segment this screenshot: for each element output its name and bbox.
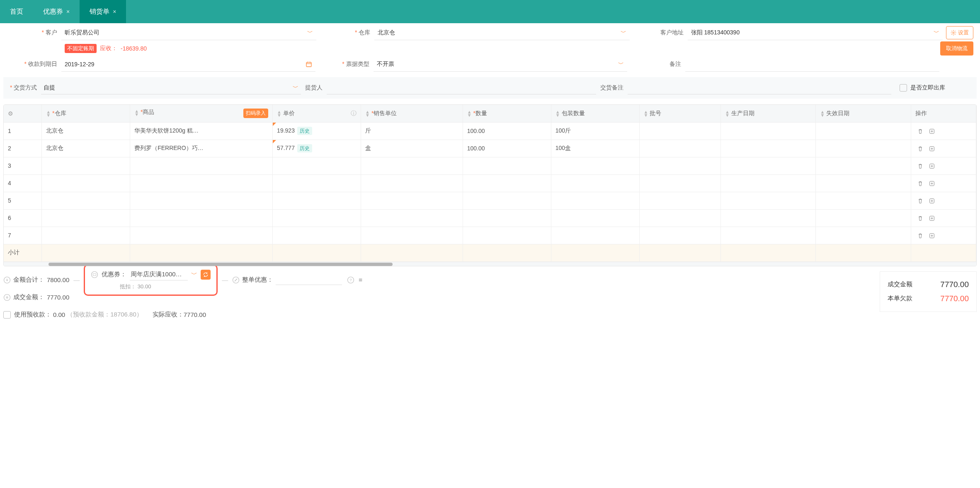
picker-input[interactable]: [327, 81, 596, 94]
cell-price[interactable]: 19.923历史: [273, 122, 361, 140]
cell-product[interactable]: [130, 227, 273, 244]
add-row-icon[interactable]: [929, 162, 935, 169]
cell-prod-date[interactable]: [721, 174, 816, 192]
col-sales-unit[interactable]: ▲▼*销售单位: [361, 105, 463, 122]
table-row[interactable]: 3: [4, 157, 976, 174]
cell-price[interactable]: [273, 174, 361, 192]
cell-unit[interactable]: [361, 157, 463, 174]
help-icon[interactable]: ⓘ: [351, 110, 357, 117]
cell-pkg[interactable]: [551, 192, 639, 209]
cell-price[interactable]: [273, 192, 361, 209]
close-icon[interactable]: ×: [113, 8, 116, 15]
cell-expire-date[interactable]: [816, 140, 911, 157]
scan-entry-button[interactable]: 扫码录入: [243, 109, 268, 118]
cell-prod-date[interactable]: [721, 192, 816, 209]
cell-warehouse[interactable]: [42, 209, 130, 227]
cell-expire-date[interactable]: [816, 157, 911, 174]
col-price[interactable]: ▲▼单价ⓘ: [273, 105, 361, 122]
table-row[interactable]: 5: [4, 192, 976, 209]
cell-batch[interactable]: [639, 140, 721, 157]
cell-unit[interactable]: [361, 192, 463, 209]
delivery-method-select[interactable]: 自提 ﹀: [41, 81, 301, 94]
tab-coupon[interactable]: 优惠券×: [33, 0, 80, 23]
cell-qty[interactable]: [463, 174, 551, 192]
customer-select[interactable]: 昕乐贸易公司 ﹀: [61, 25, 316, 40]
delete-row-icon[interactable]: [917, 197, 924, 203]
col-batch[interactable]: ▲▼批号: [639, 105, 721, 122]
cell-batch[interactable]: [639, 122, 721, 140]
cell-warehouse[interactable]: [42, 192, 130, 209]
cell-batch[interactable]: [639, 174, 721, 192]
table-row[interactable]: 6: [4, 209, 976, 227]
table-row[interactable]: 4: [4, 174, 976, 192]
gear-icon[interactable]: ⚙: [8, 110, 13, 117]
coupon-select[interactable]: 周年店庆满1000…: [130, 269, 188, 280]
tab-home[interactable]: 首页: [0, 0, 33, 23]
add-row-icon[interactable]: [929, 214, 935, 221]
delete-row-icon[interactable]: [917, 179, 924, 186]
cell-price[interactable]: [273, 209, 361, 227]
chevron-down-icon[interactable]: ﹀: [191, 271, 197, 278]
add-row-icon[interactable]: [929, 197, 935, 203]
cell-product[interactable]: [130, 209, 273, 227]
add-row-icon[interactable]: [929, 127, 935, 134]
cell-pkg[interactable]: [551, 174, 639, 192]
settings-button[interactable]: 设置: [946, 26, 973, 39]
payment-due-input[interactable]: 2019-12-29: [61, 57, 315, 72]
col-warehouse[interactable]: ▲▼*仓库: [42, 105, 130, 122]
warehouse-select[interactable]: 北京仓 ﹀: [374, 25, 629, 40]
horizontal-scrollbar[interactable]: [4, 262, 976, 266]
cell-prod-date[interactable]: [721, 227, 816, 244]
close-icon[interactable]: ×: [66, 8, 70, 15]
delete-row-icon[interactable]: [917, 232, 924, 238]
cell-qty[interactable]: [463, 157, 551, 174]
delete-row-icon[interactable]: [917, 145, 924, 151]
cell-unit[interactable]: 盒: [361, 140, 463, 157]
cell-warehouse[interactable]: 北京仓: [42, 122, 130, 140]
cell-price[interactable]: 57.777历史: [273, 140, 361, 157]
cell-batch[interactable]: [639, 157, 721, 174]
add-row-icon[interactable]: [929, 145, 935, 151]
cell-unit[interactable]: 斤: [361, 122, 463, 140]
use-prepay-checkbox[interactable]: [3, 311, 11, 319]
col-prod-date[interactable]: ▲▼生产日期: [721, 105, 816, 122]
cell-pkg[interactable]: [551, 209, 639, 227]
add-row-icon[interactable]: [929, 232, 935, 238]
remark-input[interactable]: [685, 57, 939, 72]
delete-row-icon[interactable]: [917, 127, 924, 134]
cell-pkg[interactable]: [551, 227, 639, 244]
cell-unit[interactable]: [361, 174, 463, 192]
cell-warehouse[interactable]: 北京仓: [42, 140, 130, 157]
cell-product[interactable]: 华美华夫软饼1200g 糕…: [130, 122, 273, 140]
col-product[interactable]: ▲▼*商品扫码录入: [130, 105, 273, 122]
cell-warehouse[interactable]: [42, 174, 130, 192]
table-row[interactable]: 2 北京仓 费列罗（FERRERO）巧… 57.777历史 盒 100.00 1…: [4, 140, 976, 157]
cell-expire-date[interactable]: [816, 209, 911, 227]
cell-prod-date[interactable]: [721, 140, 816, 157]
history-badge[interactable]: 历史: [297, 144, 312, 152]
cell-batch[interactable]: [639, 209, 721, 227]
delete-row-icon[interactable]: [917, 214, 924, 221]
cell-warehouse[interactable]: [42, 227, 130, 244]
history-badge[interactable]: 历史: [297, 127, 312, 135]
table-row[interactable]: 1 北京仓 华美华夫软饼1200g 糕… 19.923历史 斤 100.00 1…: [4, 122, 976, 140]
cell-prod-date[interactable]: [721, 122, 816, 140]
cell-product[interactable]: [130, 157, 273, 174]
cell-expire-date[interactable]: [816, 192, 911, 209]
cell-qty[interactable]: 100.00: [463, 140, 551, 157]
cell-batch[interactable]: [639, 192, 721, 209]
cell-expire-date[interactable]: [816, 227, 911, 244]
cell-unit[interactable]: [361, 227, 463, 244]
cell-pkg[interactable]: [551, 157, 639, 174]
col-package-qty[interactable]: ▲▼包装数量: [551, 105, 639, 122]
cell-qty[interactable]: [463, 209, 551, 227]
cell-pkg[interactable]: 100盒: [551, 140, 639, 157]
cell-prod-date[interactable]: [721, 209, 816, 227]
col-quantity[interactable]: ▲▼*数量: [463, 105, 551, 122]
cell-price[interactable]: [273, 227, 361, 244]
refresh-coupon-button[interactable]: [201, 270, 211, 280]
cell-qty[interactable]: [463, 227, 551, 244]
cancel-logistics-button[interactable]: 取消物流: [940, 41, 973, 56]
immediate-out-checkbox[interactable]: [900, 84, 907, 92]
col-expire-date[interactable]: ▲▼失效日期: [816, 105, 911, 122]
